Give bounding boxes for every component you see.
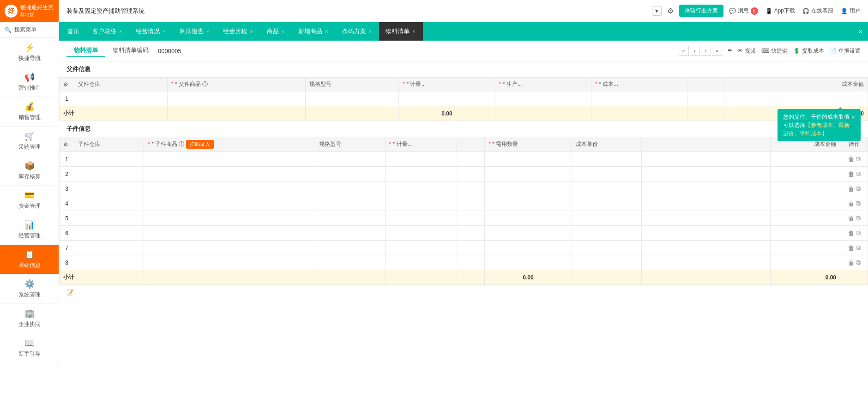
child-cell-goods[interactable]: [144, 181, 315, 196]
delete-icon[interactable]: 🗑: [848, 230, 854, 237]
child-cell-goods[interactable]: [144, 196, 315, 211]
child-cell-unit[interactable]: [385, 241, 457, 255]
tab-profit-close[interactable]: ×: [205, 28, 210, 35]
sidebar-item-marketing[interactable]: 📢 营销推广: [0, 67, 59, 97]
parent-cell-goods[interactable]: [167, 91, 305, 106]
child-cell-warehouse[interactable]: [74, 226, 144, 241]
parent-cell-unit[interactable]: [399, 91, 495, 106]
child-cell-goods[interactable]: [144, 211, 315, 226]
delete-icon[interactable]: 🗑: [848, 259, 854, 266]
child-cell-qty[interactable]: [485, 152, 572, 167]
child-cell-spec[interactable]: [315, 241, 385, 255]
tab-profit[interactable]: 利润报告 ×: [173, 22, 217, 41]
tab-new-goods[interactable]: 新增商品 ×: [292, 22, 335, 41]
child-cell-warehouse[interactable]: [74, 167, 144, 181]
sidebar-item-system[interactable]: ⚙️ 系统管理: [0, 274, 59, 304]
delete-icon[interactable]: 🗑: [848, 215, 854, 222]
tab-barcode-close[interactable]: ×: [368, 28, 373, 35]
child-cell-unit[interactable]: [385, 196, 457, 211]
delete-icon[interactable]: 🗑: [848, 170, 854, 178]
child-cell-qty[interactable]: [485, 211, 572, 226]
child-cell-spec[interactable]: [315, 226, 385, 241]
child-cell-unit[interactable]: [385, 167, 457, 181]
tab-operation-status-close[interactable]: ×: [162, 28, 166, 35]
child-cell-warehouse[interactable]: [74, 255, 144, 270]
parent-cell-spec[interactable]: [306, 91, 399, 106]
copy-icon[interactable]: ⧉: [856, 214, 861, 222]
tab-operation-history-close[interactable]: ×: [249, 28, 253, 35]
parent-th-gear[interactable]: ⚙: [60, 78, 74, 91]
sidebar-item-quick-nav[interactable]: ⚡ 快捷导航: [0, 38, 59, 67]
gear-button[interactable]: ⚙: [667, 6, 674, 15]
child-cell-unit-price[interactable]: [572, 196, 641, 211]
delete-icon[interactable]: 🗑: [848, 185, 854, 193]
parent-cell-produce[interactable]: [495, 91, 591, 106]
tab-goods[interactable]: 商品 ×: [260, 22, 292, 41]
child-cell-unit[interactable]: [385, 181, 457, 196]
scan-button[interactable]: 扫码录入: [186, 140, 214, 149]
online-service-action[interactable]: 🎧 在线客服: [802, 7, 833, 15]
child-cell-unit-price[interactable]: [572, 211, 641, 226]
copy-icon[interactable]: ⧉: [856, 229, 861, 237]
child-cell-warehouse[interactable]: [74, 152, 144, 167]
child-cell-qty[interactable]: [485, 241, 572, 255]
nav-prev[interactable]: ‹: [690, 46, 700, 56]
child-cell-spec[interactable]: [315, 211, 385, 226]
child-cell-goods[interactable]: [144, 226, 315, 241]
action-cost[interactable]: 💲 提取成本: [793, 47, 824, 55]
sidebar-item-inventory[interactable]: 📦 库存核算: [0, 156, 59, 186]
child-cell-unit-price[interactable]: [572, 255, 641, 270]
child-cell-unit-price[interactable]: [572, 167, 641, 181]
sidebar-item-operation[interactable]: 📊 经营管理: [0, 215, 59, 245]
menu-icon[interactable]: ≡: [728, 47, 732, 55]
tab-home[interactable]: 首页: [61, 22, 86, 41]
tab-customer[interactable]: 客户联络 ×: [86, 22, 129, 41]
nav-prev-prev[interactable]: «: [679, 46, 689, 56]
sidebar-search[interactable]: 🔍 搜索菜单: [0, 22, 59, 38]
user-action[interactable]: 👤 用户: [841, 7, 861, 15]
sub-tab-code[interactable]: 物料清单编码: [105, 44, 156, 57]
child-cell-qty[interactable]: [485, 196, 572, 211]
sub-tab-bom[interactable]: 物料清单: [66, 44, 105, 57]
sidebar-item-purchase[interactable]: 🛒 采购管理: [0, 127, 59, 156]
sidebar-item-enterprise[interactable]: 🏢 企业协同: [0, 304, 59, 333]
delete-icon[interactable]: 🗑: [848, 200, 854, 207]
sidebar-item-sales[interactable]: 💰 销售管理: [0, 97, 59, 127]
child-cell-spec[interactable]: [315, 167, 385, 181]
delete-icon[interactable]: 🗑: [848, 244, 854, 252]
tooltip-close-btn[interactable]: ×: [851, 113, 855, 122]
copy-icon[interactable]: ⧉: [856, 185, 861, 193]
copy-icon[interactable]: ⧉: [856, 155, 861, 163]
child-cell-qty[interactable]: [485, 226, 572, 241]
message-action[interactable]: 💬 消息 5: [729, 7, 758, 15]
child-cell-unit[interactable]: [385, 255, 457, 270]
parent-cell-cost[interactable]: [591, 91, 687, 106]
tab-bom-close[interactable]: ×: [411, 28, 416, 35]
child-cell-spec[interactable]: [315, 181, 385, 196]
sidebar-item-guide[interactable]: 📖 新手引导: [0, 333, 59, 363]
child-cell-goods[interactable]: [144, 255, 315, 270]
child-cell-warehouse[interactable]: [74, 181, 144, 196]
child-cell-warehouse[interactable]: [74, 196, 144, 211]
copy-icon[interactable]: ⧉: [856, 170, 861, 178]
child-cell-unit-price[interactable]: [572, 226, 641, 241]
action-shortcut[interactable]: ⌨ 快捷键: [761, 47, 788, 55]
child-cell-goods[interactable]: [144, 167, 315, 181]
child-th-gear[interactable]: ⚙: [60, 137, 74, 152]
tab-customer-close[interactable]: ×: [118, 28, 123, 35]
app-download-action[interactable]: 📱 App下载: [766, 7, 795, 15]
child-cell-unit[interactable]: [385, 152, 457, 167]
delete-icon[interactable]: 🗑: [848, 156, 854, 163]
dropdown-arrow-button[interactable]: ▾: [652, 6, 662, 16]
copy-icon[interactable]: ⧉: [856, 259, 861, 266]
action-view[interactable]: 👁 视频: [737, 47, 756, 55]
child-cell-warehouse[interactable]: [74, 211, 144, 226]
tab-operation-status[interactable]: 经营情况 ×: [129, 22, 173, 41]
child-cell-qty[interactable]: [485, 167, 572, 181]
tab-new-goods-close[interactable]: ×: [324, 28, 329, 35]
tab-goods-close[interactable]: ×: [281, 28, 285, 35]
child-cell-unit-price[interactable]: [572, 181, 641, 196]
child-cell-qty[interactable]: [485, 181, 572, 196]
tab-bom[interactable]: 物料清单 ×: [379, 22, 422, 41]
close-all-tabs[interactable]: ×: [855, 28, 866, 35]
